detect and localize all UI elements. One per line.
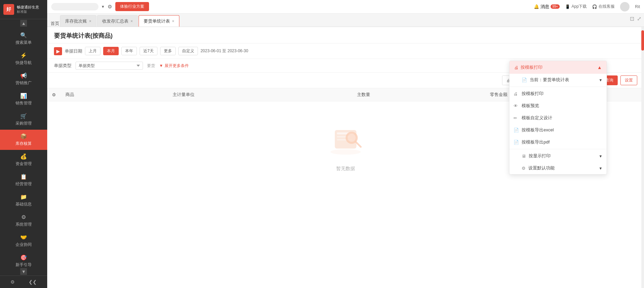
topbar: ▾ ⚙ 体验行业方案 🔔 消息 99+ 📱 App下载 🎧 在线客服 Rit (47, 0, 644, 13)
scrollbar-thumb[interactable] (641, 30, 644, 51)
date-range-display: 2023-06-01 至 2023-06-30 (201, 48, 248, 54)
logo-icon: 好 (3, 4, 14, 15)
template-preview-item[interactable]: 👁 模板预览 (509, 100, 607, 112)
sidebar-item-inventory[interactable]: 📦 库存核算 (0, 130, 47, 150)
settings-button[interactable]: 设置 (620, 75, 637, 85)
column-unit: 主计量单位 (168, 88, 352, 101)
lightning-icon: ⚡ (20, 52, 27, 59)
main-area: ▾ ⚙ 体验行业方案 🔔 消息 99+ 📱 App下载 🎧 在线客服 Rit 首… (47, 0, 644, 288)
display-print-chevron: ▾ (599, 154, 602, 159)
expand-icon: ▼ (159, 63, 163, 68)
sidebar-item-operation[interactable]: 📋 经营管理 (0, 170, 47, 190)
print-dropdown-title: 🖨 按模板打印 (514, 64, 543, 70)
svg-point-0 (330, 149, 361, 155)
sidebar-scroll-up[interactable]: ▲ (20, 20, 27, 27)
template-pdf-icon: 📄 (514, 140, 519, 145)
tab-close-inventory-batch[interactable]: × (89, 19, 91, 24)
cart-icon: 🛒 (20, 113, 27, 119)
template-pdf-item[interactable]: 📄 按模板导出pdf (509, 136, 607, 148)
empty-text: 暂无数据 (336, 166, 355, 172)
order-type-label: 要货 (147, 63, 155, 69)
sidebar-item-search[interactable]: 🔍 搜索菜单 (0, 29, 47, 49)
money-icon: 💰 (20, 153, 27, 160)
sidebar-item-system[interactable]: ⚙ 系统管理 (0, 211, 47, 231)
chart-icon: 📊 (20, 93, 27, 99)
avatar[interactable] (620, 2, 630, 11)
sidebar: 好 畅捷通好生意 标准版 ▲ 🔍 搜索菜单 ⚡ 快捷导航 📢 营销推广 📊 销售… (0, 0, 47, 288)
type-label: 单据类型 (54, 63, 71, 69)
empty-illustration (325, 122, 366, 162)
template-excel-item[interactable]: 📄 按模板导出excel (509, 124, 607, 136)
bell-icon: 🔔 (534, 4, 539, 9)
message-button[interactable]: 🔔 消息 99+ (534, 4, 560, 10)
sidebar-item-sales[interactable]: 📊 销售管理 (0, 89, 47, 109)
app-logo: 好 畅捷通好生意 标准版 (0, 0, 47, 19)
folder-icon: 📁 (20, 194, 27, 200)
print-dropdown-close-button[interactable]: ▲ (597, 65, 602, 70)
sidebar-scroll-down[interactable]: ▼ (20, 268, 27, 275)
topbar-gear-button[interactable]: ⚙ (108, 4, 112, 10)
date-btn-custom[interactable]: 自定义 (178, 47, 198, 55)
trial-button[interactable]: 体验行业方案 (115, 2, 149, 11)
tab-collection-summary[interactable]: 收发存汇总表 × (97, 15, 138, 27)
column-product: 商品 (61, 88, 168, 101)
tab-close-collection-summary[interactable]: × (130, 19, 133, 24)
expand-more-button[interactable]: ▼ 展开更多条件 (159, 63, 189, 69)
date-btn-7days[interactable]: 近7天 (140, 47, 157, 55)
sidebar-bottom: ⚙ ❮❮ (0, 276, 47, 288)
sidebar-collapse-button[interactable]: ❮❮ (29, 279, 37, 285)
display-print-item[interactable]: 🖥 按显示打印 ▾ (509, 150, 607, 162)
filter-bar: ▶ 单据日期 上月 本月 本年 近7天 更多 自定义 2023-06-01 至 … (47, 43, 644, 59)
print-dropdown-header: 🖨 按模板打印 ▲ (509, 61, 607, 74)
tabbar: 首页 库存批次账 × 收发存汇总表 × 要货单统计表 × ⊡ ⤢ (47, 13, 644, 27)
date-btn-this-year[interactable]: 本年 (121, 47, 137, 55)
handshake-icon: 🤝 (20, 234, 27, 241)
sidebar-item-basic[interactable]: 📁 基础信息 (0, 190, 47, 211)
svg-point-6 (348, 134, 356, 142)
date-btn-last-month[interactable]: 上月 (85, 47, 100, 55)
template-preview-icon: 👁 (514, 103, 518, 108)
sidebar-item-collab[interactable]: 🤝 企业协同 (0, 231, 47, 251)
template-design-icon: ✏ (514, 116, 517, 121)
column-gear[interactable]: ⚙ (47, 88, 61, 101)
tab-close-order-stats[interactable]: × (172, 19, 174, 24)
megaphone-icon: 📢 (20, 72, 27, 79)
tab-maximize-button[interactable]: ⤢ (637, 15, 641, 22)
set-default-chevron: ▾ (599, 166, 602, 171)
gear-icon: ⚙ (21, 214, 26, 220)
date-label: 单据日期 (65, 48, 82, 54)
template-print-item[interactable]: 🖨 按模板打印 (509, 88, 607, 100)
sidebar-item-finance[interactable]: 💰 资金管理 (0, 150, 47, 170)
sidebar-nav: 🔍 搜索菜单 ⚡ 快捷导航 📢 营销推广 📊 销售管理 🛒 采购管理 📦 库存核… (0, 27, 47, 267)
type-select[interactable]: 单据类型 (76, 62, 143, 70)
clipboard-icon: 📋 (20, 173, 27, 180)
date-btn-more[interactable]: 更多 (160, 47, 176, 55)
template-design-item[interactable]: ✏ 模板自定义设计 (509, 112, 607, 124)
current-template-item[interactable]: 📄 当前：要货单统计表 ▾ (509, 74, 607, 86)
sidebar-item-shortcut[interactable]: ⚡ 快捷导航 (0, 49, 47, 69)
page-title: 要货单统计表(按商品) (54, 32, 113, 39)
topbar-search-input[interactable] (51, 3, 98, 10)
tab-home[interactable]: 首页 (51, 21, 59, 27)
sidebar-item-marketing[interactable]: 📢 营销推广 (0, 69, 47, 89)
column-quantity: 主数量 (352, 88, 485, 101)
target-icon: 🎯 (20, 254, 27, 261)
date-btn-this-month[interactable]: 本月 (103, 47, 119, 55)
sidebar-item-purchase[interactable]: 🛒 采购管理 (0, 109, 47, 130)
download-icon: 📱 (565, 4, 570, 9)
right-scrollbar[interactable] (641, 27, 644, 288)
template-excel-icon: 📄 (514, 128, 519, 133)
filter-expand-button[interactable]: ▶ (54, 47, 62, 55)
online-service-link[interactable]: 🎧 在线客服 (592, 4, 615, 9)
topbar-dropdown-button[interactable]: ▾ (102, 4, 104, 9)
display-print-icon: 🖥 (522, 154, 526, 159)
app-download-link[interactable]: 📱 App下载 (565, 4, 587, 9)
sidebar-item-guide[interactable]: 🎯 新手引导 (0, 251, 47, 267)
set-default-item[interactable]: ⚙ 设置默认功能 ▾ (509, 162, 607, 174)
tab-order-stats[interactable]: 要货单统计表 × (139, 15, 179, 27)
tab-inventory-batch[interactable]: 库存批次账 × (60, 15, 96, 27)
sidebar-settings-button[interactable]: ⚙ (10, 279, 15, 285)
current-template-chevron: ▾ (599, 77, 602, 83)
box-icon: 📦 (20, 133, 27, 139)
tab-restore-button[interactable]: ⊡ (630, 15, 634, 22)
